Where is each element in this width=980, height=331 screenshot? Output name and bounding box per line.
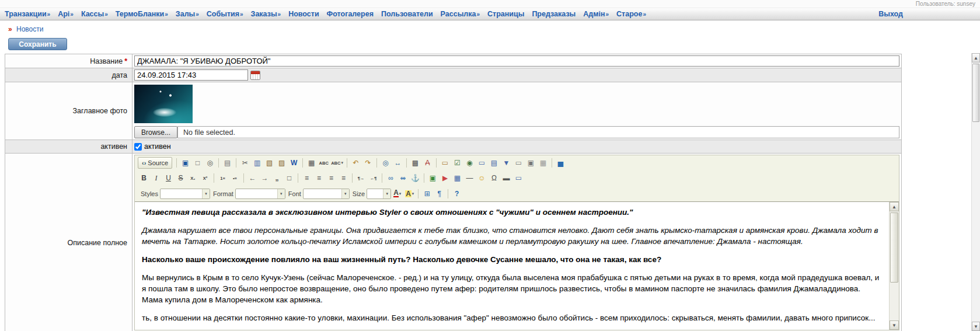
hidden-field-icon[interactable]: ▦ [537,157,549,169]
remove-format-icon[interactable]: A [421,157,434,169]
italic-icon[interactable]: I [150,172,162,184]
date-input[interactable] [134,69,248,81]
cut-icon[interactable]: ✂ [239,157,251,169]
save-icon[interactable]: ▣ [179,157,191,169]
radio-icon[interactable]: ◉ [463,157,476,169]
image-button-icon[interactable]: ▣ [525,157,537,169]
save-button[interactable]: Сохранить [8,38,67,50]
nav-item[interactable]: Залы» [176,10,199,18]
editor-content[interactable]: "Известная певица рассказала в эксклюзив… [135,202,889,330]
active-checkbox[interactable] [134,143,142,151]
page-scroll-thumb[interactable] [972,64,979,122]
unlink-icon[interactable]: ∞ [397,172,409,184]
textarea-icon[interactable]: ▤ [488,157,500,169]
source-button[interactable]: ‹›Source [138,157,172,169]
form-icon[interactable]: ▭ [439,157,451,169]
strike-icon[interactable]: S [175,172,187,184]
scayt-icon[interactable]: ABC▾ [330,157,344,169]
replace-icon[interactable]: ↔ [392,157,404,169]
nav-item[interactable]: Заказы» [251,10,281,18]
iframe-icon[interactable]: ▭ [512,172,525,184]
nav-item[interactable]: Новости [288,10,319,18]
bidi-ltr-icon[interactable]: ¶→ [355,172,367,184]
nav-item[interactable]: Транзакции» [5,10,50,18]
calendar-icon[interactable] [250,71,260,80]
paste-icon[interactable]: ▧ [263,157,275,169]
chart-icon[interactable]: ▅ [554,157,567,169]
nav-item[interactable]: Кассы» [81,10,108,18]
page-scrollbar[interactable]: ▲ ▼ [971,53,980,331]
font-select[interactable]: ▾ [303,189,350,199]
redo-icon[interactable]: ↷ [362,157,374,169]
hr-icon[interactable]: ― [463,172,476,184]
bold-icon[interactable]: B [138,172,150,184]
print-icon[interactable]: ▦ [305,157,318,169]
blockquote-icon[interactable]: „ [271,172,283,184]
bulleted-list-icon[interactable]: •≡ [229,172,241,184]
logout-link[interactable]: Выход [878,10,903,18]
special-char-icon[interactable]: Ω [488,172,500,184]
show-blocks-icon[interactable]: ¶ [433,188,445,200]
superscript-icon[interactable]: X² [199,172,211,184]
image-icon[interactable]: ▣ [427,172,439,184]
nav-item[interactable]: События» [207,10,243,18]
format-select[interactable]: ▾ [235,189,285,199]
about-icon[interactable]: ? [451,188,463,200]
nav-item[interactable]: Старое» [616,10,646,18]
button-icon[interactable]: ▭ [512,157,525,169]
page-scroll-up-button[interactable]: ▲ [972,53,980,62]
breadcrumb-link[interactable]: Новости [16,25,43,33]
paste-text-icon[interactable]: ▨ [275,157,288,169]
justify-icon[interactable]: ≡ [337,172,350,184]
styles-select[interactable]: ▾ [160,189,210,199]
maximize-icon[interactable]: ⊞ [421,188,433,200]
editor-scroll-track[interactable] [890,211,899,320]
bidi-rtl-icon[interactable]: ←¶ [367,172,379,184]
text-field-icon[interactable]: ▭ [476,157,488,169]
size-select[interactable]: ▾ [367,189,391,199]
nav-item[interactable]: Пользователи [381,10,433,18]
nav-item[interactable]: Рассылка» [441,10,480,18]
find-icon[interactable]: ◎ [379,157,392,169]
browse-button[interactable]: Browse... [134,126,177,138]
templates-icon[interactable]: ▤ [221,157,233,169]
nav-item[interactable]: Фотогалерея [327,10,374,18]
page-scroll-down-button[interactable]: ▼ [972,322,980,331]
preview-icon[interactable]: ◎ [204,157,216,169]
undo-icon[interactable]: ↶ [350,157,362,169]
page-break-icon[interactable]: ▬ [500,172,512,184]
new-page-icon[interactable]: □ [191,157,204,169]
indent-icon[interactable]: → [259,172,271,184]
link-icon[interactable]: ∞ [385,172,397,184]
numbered-list-icon[interactable]: 1≡ [217,172,229,184]
div-icon[interactable]: □ [283,172,295,184]
anchor-icon[interactable]: ⚓ [409,172,421,184]
editor-scroll-down-button[interactable]: ▼ [890,320,899,330]
checkbox-icon[interactable]: ☑ [451,157,463,169]
text-color-icon[interactable]: A▾ [391,188,403,200]
editor-scroll-up-button[interactable]: ▲ [890,202,899,211]
paste-word-icon[interactable]: W [288,157,300,169]
subscript-icon[interactable]: X₂ [187,172,199,184]
spell-check-icon[interactable]: ABC [318,157,330,169]
align-left-icon[interactable]: ≡ [301,172,313,184]
underline-icon[interactable]: U [162,172,175,184]
editor-scrollbar[interactable]: ▲ ▼ [889,202,899,330]
nav-item[interactable]: Предзаказы [532,10,576,18]
flash-icon[interactable]: ▶ [439,172,451,184]
copy-icon[interactable]: ▥ [251,157,263,169]
select-all-icon[interactable]: ▩ [409,157,421,169]
nav-item[interactable]: Адмін» [583,10,609,18]
nav-item[interactable]: ТермоБланки» [116,10,168,18]
editor-scroll-thumb[interactable] [890,212,898,283]
select-icon[interactable]: ▼ [500,157,512,169]
nav-item[interactable]: Страницы [487,10,524,18]
table-icon[interactable]: ▦ [451,172,463,184]
smiley-icon[interactable]: ☺ [476,172,488,184]
nav-item[interactable]: Api» [58,10,74,18]
align-right-icon[interactable]: ≡ [325,172,337,184]
page-scroll-track[interactable] [972,62,980,322]
title-input[interactable] [134,55,899,67]
outdent-icon[interactable]: ← [246,172,259,184]
align-center-icon[interactable]: ≡ [313,172,325,184]
